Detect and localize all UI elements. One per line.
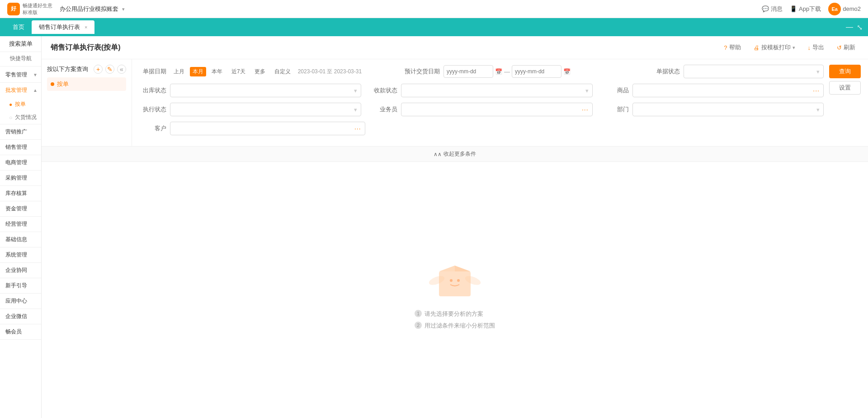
query-button[interactable]: 查询: [829, 65, 861, 78]
tab-home[interactable]: 首页: [5, 20, 32, 34]
empty-svg: [428, 247, 482, 301]
collapse-bar: ∧∧ 收起更多条件: [42, 147, 868, 162]
tab-sales-order[interactable]: 销售订单执行表 ×: [32, 20, 94, 34]
dept-chevron-icon: ▾: [816, 106, 820, 113]
dept-label: 部门: [602, 105, 629, 114]
sidebar-item-operations[interactable]: 经营管理: [0, 217, 41, 232]
sidebar-item-newbie[interactable]: 新手引导: [0, 278, 41, 293]
settings-button[interactable]: 设置: [829, 81, 861, 95]
page-header: 销售订单执行表(按单) ? 帮助 🖨 按模板打印 ▾ ↓ 导出: [42, 36, 868, 59]
status-label: 单据状态: [653, 67, 680, 76]
sidebar-item-member[interactable]: 畅会员: [0, 324, 41, 339]
tip-num-2: 2: [415, 322, 422, 329]
sidebar-item-retail[interactable]: 零售管理 ▼: [0, 67, 41, 82]
sidebar-item-system[interactable]: 系统管理: [0, 247, 41, 262]
customer-dots-icon[interactable]: ···: [354, 125, 361, 132]
sidebar-section-member: 畅会员: [0, 324, 41, 340]
dept-select[interactable]: ▾: [632, 103, 824, 116]
date-last7-btn[interactable]: 近7天: [228, 66, 249, 77]
sidebar-section-collab: 企业协同: [0, 263, 41, 278]
help-icon: ?: [724, 44, 727, 51]
sidebar-item-appcenter[interactable]: 应用中心: [0, 294, 41, 309]
app-download-btn[interactable]: 📱 App下载: [790, 5, 821, 13]
date-range-separator: —: [504, 68, 510, 75]
refresh-btn[interactable]: ↺ 刷新: [833, 42, 859, 53]
sidebar-item-sales[interactable]: 销售管理: [0, 140, 41, 155]
sidebar-item-marketing[interactable]: 营销推广: [0, 124, 41, 139]
product-select[interactable]: ···: [632, 84, 824, 97]
filter-action-col: 查询 设置: [829, 65, 861, 141]
filter-row-4: 客户 ···: [139, 122, 824, 135]
out-status-select[interactable]: ▾: [170, 84, 361, 97]
scheme-panel: 按以下方案查询 + ✎ « 按单: [42, 59, 132, 146]
sidebar-item-inventory[interactable]: 库存核算: [0, 186, 41, 201]
receipt-status-chevron-icon: ▾: [585, 87, 589, 94]
tab-close-icon[interactable]: ×: [85, 24, 87, 30]
logo-area: 好 畅捷通好生意 标准版: [7, 2, 52, 15]
svg-marker-2: [455, 266, 471, 271]
salesman-dots-icon[interactable]: ···: [582, 106, 589, 113]
avatar: Ea: [828, 3, 841, 15]
svg-point-5: [450, 279, 453, 282]
sidebar-section-ecom: 电商管理: [0, 155, 41, 171]
expected-date-end[interactable]: [512, 65, 561, 78]
receipt-status-select[interactable]: ▾: [401, 84, 592, 97]
sidebar-search[interactable]: 搜索菜单: [0, 36, 41, 52]
refresh-icon: ↺: [837, 44, 842, 51]
date-this-month-btn[interactable]: 本月: [190, 67, 206, 76]
svg-rect-0: [439, 271, 471, 296]
date-this-year-btn[interactable]: 本年: [208, 66, 226, 77]
tab-expand-icon[interactable]: ⤡: [857, 23, 863, 32]
sidebar-sub-item-owed[interactable]: ○ 欠货情况: [0, 111, 41, 124]
print-btn[interactable]: 🖨 按模板打印 ▾: [750, 42, 799, 53]
date-more-btn[interactable]: 更多: [251, 66, 269, 77]
scheme-edit-btn[interactable]: ✎: [105, 65, 114, 74]
sidebar-section-retail: 零售管理 ▼: [0, 67, 41, 83]
tab-bar: 首页 销售订单执行表 × — ⤡: [0, 18, 868, 36]
app-title: 办公用品行业模拟账套 ▾: [60, 5, 125, 13]
product-dots-icon[interactable]: ···: [813, 87, 820, 94]
chevron-down-icon: ▲: [33, 88, 38, 93]
sidebar-item-finance[interactable]: 资金管理: [0, 201, 41, 216]
filter-section: 按以下方案查询 + ✎ « 按单: [42, 59, 868, 147]
help-btn[interactable]: ? 帮助: [720, 42, 744, 53]
sidebar-item-collab[interactable]: 企业协同: [0, 263, 41, 278]
export-btn[interactable]: ↓ 导出: [804, 42, 828, 53]
expected-date-start[interactable]: [443, 65, 493, 78]
sidebar: 搜索菜单 快捷导航 零售管理 ▼ 批发管理 ▲ ● 按单 ○ 欠货情况: [0, 36, 42, 418]
sidebar-item-wholesale[interactable]: 批发管理 ▲: [0, 83, 41, 98]
status-select[interactable]: ▾: [684, 65, 824, 78]
collapse-more-btn[interactable]: ∧∧ 收起更多条件: [434, 150, 476, 158]
filter-field-expected-date: 预计交货日期 📅 — 📅: [405, 65, 644, 78]
sidebar-item-basic[interactable]: 基础信息: [0, 232, 41, 247]
date-last-month-btn[interactable]: 上月: [170, 66, 188, 77]
scheme-item-order[interactable]: 按单: [47, 77, 126, 91]
user-menu[interactable]: Ea demo2: [828, 3, 861, 15]
exec-status-select[interactable]: ▾: [170, 103, 361, 116]
sidebar-sub-item-order[interactable]: ● 按单: [0, 98, 41, 111]
download-icon: 📱: [790, 5, 797, 12]
app-title-arrow-icon[interactable]: ▾: [122, 6, 125, 12]
sidebar-section-basic: 基础信息: [0, 232, 41, 247]
scheme-active-dot: [51, 82, 54, 86]
tab-expand: — ⤡: [846, 23, 863, 32]
sidebar-section-system: 系统管理: [0, 247, 41, 263]
sidebar-section-appcenter: 应用中心: [0, 294, 41, 309]
scheme-add-btn[interactable]: +: [94, 65, 103, 74]
search-menu-text[interactable]: 搜索菜单: [4, 40, 38, 48]
empty-tip-1: 1 请先选择要分析的方案: [415, 310, 495, 318]
filter-fields-wrapper: 单据日期 上月 本月 本年 近7天 更多 自定义 2023-03-01 至 20…: [132, 59, 868, 146]
scheme-collapse-btn[interactable]: «: [117, 65, 126, 74]
sidebar-item-purchase[interactable]: 采购管理: [0, 171, 41, 185]
salesman-select[interactable]: ···: [401, 103, 592, 116]
quick-nav-item[interactable]: 快捷导航: [0, 52, 41, 65]
receipt-status-label: 收款状态: [370, 86, 397, 95]
sidebar-item-wechat[interactable]: 企业微信: [0, 309, 41, 324]
date-custom-btn[interactable]: 自定义: [271, 66, 294, 77]
tab-close-window-icon[interactable]: —: [846, 23, 853, 31]
customer-select[interactable]: ···: [170, 122, 365, 135]
message-btn[interactable]: 💬 消息: [762, 5, 783, 13]
sidebar-section-wholesale: 批发管理 ▲ ● 按单 ○ 欠货情况: [0, 83, 41, 124]
sidebar-item-ecom[interactable]: 电商管理: [0, 155, 41, 170]
salesman-label: 业务员: [370, 105, 397, 114]
